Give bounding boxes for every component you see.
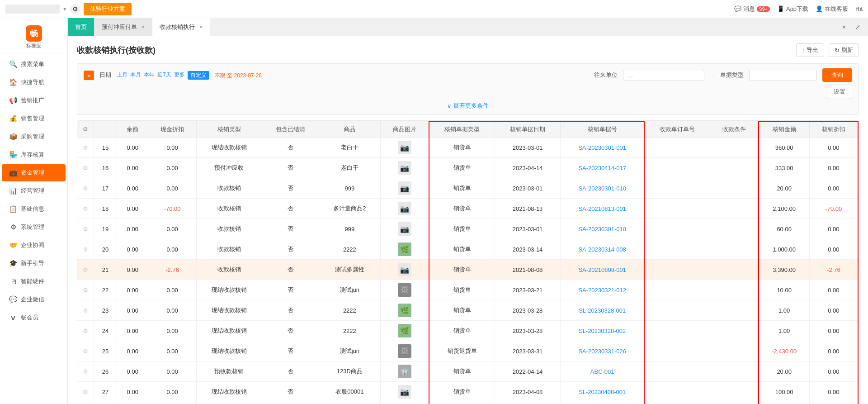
gear-button[interactable]: ⚙	[70, 4, 80, 14]
export-button[interactable]: ↑ 导出	[796, 43, 825, 57]
bill-no-link[interactable]: SL-20230328-001	[579, 307, 626, 314]
product-image-cell: 📷	[381, 260, 429, 280]
row-settings[interactable]: ⚙	[77, 341, 94, 361]
bill-no-link[interactable]: SA-20230331-026	[578, 348, 626, 355]
row-settings[interactable]: ⚙	[77, 199, 94, 219]
tab-collection-close[interactable]: ×	[199, 24, 203, 30]
row-settings[interactable]: ⚙	[77, 300, 94, 321]
tab-collection[interactable]: 收款核销执行 ×	[152, 18, 210, 36]
industry-button[interactable]: 休验行业方案	[84, 3, 132, 15]
receipt-condition-cell	[710, 219, 759, 239]
bill-no-link[interactable]: SA-20230301-001	[578, 144, 626, 151]
sidebar-item-search[interactable]: 🔍 搜索菜单	[2, 56, 66, 73]
writeoff-type-cell: 现结收款核销	[196, 341, 262, 361]
date-7days[interactable]: 近7天	[157, 71, 171, 80]
sidebar-item-sales[interactable]: 💰 销售管理	[2, 110, 66, 127]
expand-conditions[interactable]: ∨ 展开更多条件	[84, 102, 852, 110]
bill-no-link[interactable]: SL-20230408-001	[579, 389, 626, 395]
table-body: ⚙150.000.00现结收款核销否老白干📷销货单2023-03-01SA-20…	[77, 138, 858, 404]
bill-date-cell: 2023-04-08	[495, 382, 561, 402]
bill-type-cell: 销货单	[429, 402, 495, 404]
sidebar-label-system: 系统管理	[21, 223, 44, 231]
product-thumbnail: 📷	[398, 141, 411, 154]
row-settings[interactable]: ⚙	[77, 219, 94, 239]
row-settings[interactable]: ⚙	[77, 239, 94, 260]
filter-bar: » 日期 上月 本月 本年 近7天 更多 自定义 不限 至 2023-07-26	[77, 63, 859, 115]
sidebar-item-purchase[interactable]: 📦 采购管理	[2, 128, 66, 145]
date-this-year[interactable]: 本年	[144, 71, 155, 80]
product-cell: 多计量商品2	[319, 199, 380, 219]
row-settings[interactable]: ⚙	[77, 280, 94, 300]
dropdown-icon[interactable]: ▾	[63, 5, 66, 12]
notification-area[interactable]: 💬 消息 99+	[734, 5, 770, 13]
sidebar-item-quicknav[interactable]: 🏠 快捷导航	[2, 74, 66, 91]
product-image-cell: 🖼	[381, 280, 429, 300]
doc-type-select[interactable]	[749, 70, 817, 81]
row-settings[interactable]: ⚙	[77, 361, 94, 382]
bill-no-link[interactable]: SA-20230414-017	[578, 165, 626, 171]
bill-no-link[interactable]: SL-20230328-002	[579, 328, 626, 334]
counterparty-input[interactable]	[623, 70, 704, 81]
balance-cell: 0.00	[117, 341, 148, 361]
writeoff-amount-cell: 20.00	[759, 361, 809, 382]
tab-home[interactable]: 首页	[68, 18, 94, 36]
included-cleared-cell: 否	[262, 219, 319, 239]
row-settings[interactable]: ⚙	[77, 402, 94, 404]
refresh-button[interactable]: ↻ 刷新	[829, 43, 859, 57]
included-cleared-cell: 否	[262, 321, 319, 341]
bill-no-link[interactable]: SA-20230301-010	[578, 226, 626, 233]
bill-no-link[interactable]: ABC-001	[590, 368, 614, 375]
app-download[interactable]: 📱 App下载	[777, 5, 808, 13]
tab-prepay[interactable]: 预付冲应付单 ×	[94, 18, 152, 36]
settings-button[interactable]: 设置	[827, 85, 852, 99]
sidebar-item-hardware[interactable]: 🖥 智能硬件	[2, 273, 66, 290]
sidebar-item-inventory[interactable]: 🏪 库存核算	[2, 146, 66, 163]
bill-no-link[interactable]: SA-20210813-001	[578, 205, 626, 212]
tab-close-all-button[interactable]: ×	[839, 22, 849, 32]
bill-no-link[interactable]: SA-20230301-010	[578, 185, 626, 192]
online-service[interactable]: 👤 在线客服	[816, 5, 848, 13]
receipt-order-cell	[644, 321, 710, 341]
balance-cell: 0.00	[117, 199, 148, 219]
sidebar-item-finance[interactable]: 💼 资金管理	[2, 164, 66, 181]
bill-no-link[interactable]: SA-20210808-001	[578, 266, 626, 273]
row-settings[interactable]: ⚙	[77, 138, 94, 158]
date-more[interactable]: 更多	[174, 71, 185, 80]
sidebar-item-marketing[interactable]: 📢 营销推广	[2, 92, 66, 109]
bill-no-link[interactable]: SA-20230314-008	[578, 246, 626, 253]
th-bill-date: 核销单据日期	[495, 121, 561, 138]
sidebar-item-basic[interactable]: 📋 基础信息	[2, 200, 66, 218]
user-name[interactable]: Rit	[855, 5, 863, 12]
tab-expand-button[interactable]: ⤢	[853, 22, 863, 32]
row-settings[interactable]: ⚙	[77, 321, 94, 341]
sidebar-item-collab[interactable]: 🤝 企业协同	[2, 237, 66, 254]
sidebar-item-business[interactable]: 📊 经营管理	[2, 182, 66, 200]
row-settings[interactable]: ⚙	[77, 178, 94, 199]
included-cleared-cell: 否	[262, 402, 319, 404]
bill-no-cell: SA-20230414-017	[561, 158, 645, 178]
date-prev-month[interactable]: 上月	[117, 71, 127, 80]
query-button[interactable]: 查询	[822, 68, 852, 82]
row-settings[interactable]: ⚙	[77, 260, 94, 280]
row-settings[interactable]: ⚙	[77, 382, 94, 402]
table-settings-icon[interactable]: ⚙	[83, 126, 88, 133]
th-product: 商品	[319, 121, 380, 138]
filter-expand-button[interactable]: »	[84, 71, 94, 80]
th-settings[interactable]: ⚙	[77, 121, 94, 138]
sidebar-item-system[interactable]: ⚙ 系统管理	[2, 219, 66, 236]
bill-no-link[interactable]: SA-20230321-012	[578, 287, 626, 294]
bill-no-cell: SA-20230331-026	[561, 341, 645, 361]
sidebar-item-wechat[interactable]: 💬 企业微信	[2, 291, 66, 308]
tab-prepay-close[interactable]: ×	[142, 24, 145, 30]
writeoff-discount-cell: 0.00	[809, 239, 858, 260]
tab-prepay-label: 预付冲应付单	[102, 23, 137, 31]
table-row: ⚙280.000.00现结收款核销否2222🌿销货单2023-04-18SL-2…	[77, 402, 858, 404]
sidebar-item-member[interactable]: V 畅会员	[2, 309, 66, 326]
receipt-condition-cell	[710, 178, 759, 199]
writeoff-type-cell: 收款核销	[196, 178, 262, 199]
sidebar-item-guide[interactable]: 🎓 新手引导	[2, 255, 66, 272]
row-settings[interactable]: ⚙	[77, 158, 94, 178]
receipt-order-cell	[644, 178, 710, 199]
date-this-month[interactable]: 本月	[130, 71, 141, 80]
date-custom[interactable]: 自定义	[188, 71, 209, 80]
